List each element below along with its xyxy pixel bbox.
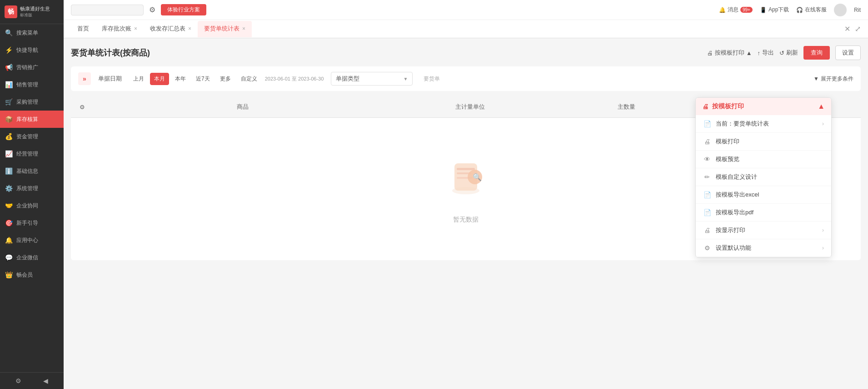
topbar: ⚙ 体验行业方案 🔔 消息 99+ 📱 App下载 🎧 在线客服 Rit <box>64 0 868 20</box>
table-col-goods: 商品 <box>94 100 392 114</box>
dropdown-current-template[interactable]: 📄 当前：要货单统计表 › <box>696 115 831 133</box>
refresh-label: 刷新 <box>786 49 798 57</box>
sidebar-item-marketing[interactable]: 📢 营销推广 <box>0 59 64 76</box>
table-col-settings[interactable]: ⚙ <box>71 101 94 113</box>
sidebar-sales-label: 销售管理 <box>16 81 38 89</box>
appstore-icon: 🔔 <box>5 236 13 244</box>
query-btn[interactable]: 查询 <box>803 46 830 60</box>
sales-icon: 📊 <box>5 81 13 89</box>
tab-receivable-summary-close[interactable]: × <box>188 25 191 32</box>
tab-receivable-summary-label: 收发存汇总表 <box>150 25 185 33</box>
dropdown-template-preview-label: 模板预览 <box>716 155 739 163</box>
order-type-select[interactable]: 单据类型 ▼ <box>331 72 413 86</box>
sidebar-system-label: 系统管理 <box>16 185 38 192</box>
sidebar-item-wechat[interactable]: 💬 企业微信 <box>0 249 64 266</box>
sidebar-item-inventory[interactable]: 📦 库存核算 <box>0 111 64 128</box>
tabs-bar: 首页 库存批次账 × 收发存汇总表 × 要货单统计表 × ✕ ⤢ <box>64 20 868 38</box>
sidebar-item-finance[interactable]: 💰 资金管理 <box>0 128 64 145</box>
sidebar-item-member[interactable]: 👑 畅会员 <box>0 266 64 283</box>
sidebar-item-basic[interactable]: ℹ️ 基础信息 <box>0 162 64 180</box>
print-label: 按模板打印 <box>715 49 744 57</box>
window-close-btn[interactable]: ✕ <box>844 25 850 33</box>
dropdown-template-print[interactable]: 🖨 模板打印 <box>696 133 831 151</box>
tab-order-stats-close[interactable]: × <box>242 25 245 32</box>
filter-bar: » 单据日期 上月 本月 本年 近7天 更多 自定义 2023-06-01 至 … <box>71 66 861 91</box>
sidebar-item-collab[interactable]: 🤝 企业协同 <box>0 197 64 214</box>
date-prev-month-btn[interactable]: 上月 <box>129 73 148 85</box>
dropdown-template-excel[interactable]: 📄 按模板导出excel <box>696 186 831 204</box>
filter-expand-btn[interactable]: » <box>78 72 91 85</box>
sidebar-settings-btn[interactable]: ⚙ <box>15 377 21 384</box>
sidebar-item-system[interactable]: ⚙️ 系统管理 <box>0 180 64 197</box>
tab-home-label: 首页 <box>77 25 89 33</box>
sidebar-item-quick-nav[interactable]: ⚡ 快捷导航 <box>0 41 64 59</box>
topbar-right: 🔔 消息 99+ 📱 App下载 🎧 在线客服 Rit <box>719 4 861 16</box>
sidebar-item-sales[interactable]: 📊 销售管理 <box>0 76 64 93</box>
window-maximize-btn[interactable]: ⤢ <box>855 25 861 33</box>
support-label: 在线客服 <box>805 6 827 14</box>
tab-receivable-summary[interactable]: 收发存汇总表 × <box>144 21 198 37</box>
settings-btn[interactable]: 设置 <box>835 45 861 60</box>
tab-inventory-batch[interactable]: 库存批次账 × <box>95 21 144 37</box>
sidebar-item-appstore[interactable]: 🔔 应用中心 <box>0 232 64 249</box>
sidebar-item-search[interactable]: 🔍 搜索菜单 <box>0 24 64 41</box>
operations-icon: 📈 <box>5 150 13 158</box>
notification-btn[interactable]: 🔔 消息 99+ <box>719 6 753 14</box>
logo-icon: 畅 <box>5 5 17 18</box>
date-more-btn[interactable]: 更多 <box>216 73 235 85</box>
dropdown-display-print[interactable]: 🖨 按显示打印 › <box>696 222 831 239</box>
sidebar-marketing-label: 营销推广 <box>16 64 38 71</box>
template-current-icon: 📄 <box>703 120 711 128</box>
notification-label: 消息 <box>728 6 738 14</box>
dropdown-template-pdf[interactable]: 📄 按模板导出pdf <box>696 204 831 222</box>
page-content: 要货单统计表(按商品) 🖨 按模板打印 ▲ ↑ 导出 ↺ 刷新 查询 设置 <box>64 38 868 389</box>
inventory-icon: 📦 <box>5 115 13 123</box>
logo-text: 畅康通好生意 <box>20 5 50 12</box>
sidebar-member-label: 畅会员 <box>16 271 33 279</box>
refresh-icon: ↺ <box>779 50 784 56</box>
dropdown-template-custom[interactable]: ✏ 模板自定义设计 <box>696 168 831 186</box>
expand-more-btn[interactable]: ▼ 展开更多条件 <box>813 75 853 83</box>
sidebar-item-purchase[interactable]: 🛒 采购管理 <box>0 93 64 111</box>
topbar-settings-icon[interactable]: ⚙ <box>149 5 155 14</box>
dropdown-template-preview[interactable]: 👁 模板预览 <box>696 151 831 168</box>
tab-order-stats[interactable]: 要货单统计表 × <box>198 21 252 37</box>
dropdown-header: 🖨 按模板打印 ▲ <box>696 98 831 115</box>
date-last7days-btn[interactable]: 近7天 <box>192 73 214 85</box>
username[interactable]: Rit <box>854 7 861 13</box>
basic-icon: ℹ️ <box>5 167 13 175</box>
topbar-search-input[interactable] <box>71 5 144 15</box>
expand-more-inner[interactable]: ▼ 展开更多条件 <box>813 75 853 83</box>
sidebar-purchase-label: 采购管理 <box>16 98 38 106</box>
tab-home[interactable]: 首页 <box>71 21 95 37</box>
export-btn[interactable]: ↑ 导出 <box>758 49 774 57</box>
support-btn[interactable]: 🎧 在线客服 <box>796 6 827 14</box>
filter-date-label: 单据日期 <box>98 75 122 83</box>
app-download-btn[interactable]: 📱 App下载 <box>760 6 789 14</box>
dropdown-template-pdf-label: 按模板导出pdf <box>716 208 753 217</box>
dropdown-set-default[interactable]: ⚙ 设置默认功能 › <box>696 239 831 257</box>
chevron-right-icon: › <box>822 121 824 127</box>
sidebar-finance-label: 资金管理 <box>16 133 38 141</box>
print-btn[interactable]: 🖨 按模板打印 ▲ <box>707 49 752 57</box>
sidebar-collapse-btn[interactable]: ◀ <box>43 377 48 384</box>
dropdown-close-btn[interactable]: ▲ <box>818 102 825 111</box>
sidebar-nav: 🔍 搜索菜单 ⚡ 快捷导航 📢 营销推广 📊 销售管理 🛒 采购管理 📦 库存核… <box>0 24 64 372</box>
trial-btn[interactable]: 体验行业方案 <box>161 4 206 15</box>
sidebar-item-operations[interactable]: 📈 经营管理 <box>0 145 64 162</box>
app-download-label: App下载 <box>768 6 789 14</box>
date-current-month-btn[interactable]: 本月 <box>150 73 169 85</box>
tab-inventory-batch-close[interactable]: × <box>134 25 137 32</box>
date-custom-btn[interactable]: 自定义 <box>237 73 261 85</box>
collab-icon: 🤝 <box>5 202 13 210</box>
refresh-btn[interactable]: ↺ 刷新 <box>779 49 798 57</box>
date-current-year-btn[interactable]: 本年 <box>171 73 190 85</box>
system-icon: ⚙️ <box>5 184 13 192</box>
user-avatar[interactable] <box>834 4 847 16</box>
wechat-icon: 💬 <box>5 253 13 262</box>
chevron-down-icon: ▼ <box>403 76 408 81</box>
sidebar-guide-label: 新手引导 <box>16 219 38 227</box>
expand-icon: ▼ <box>813 76 819 82</box>
table-col-qty: 主数量 <box>548 100 704 114</box>
sidebar-item-guide[interactable]: 🎯 新手引导 <box>0 214 64 232</box>
